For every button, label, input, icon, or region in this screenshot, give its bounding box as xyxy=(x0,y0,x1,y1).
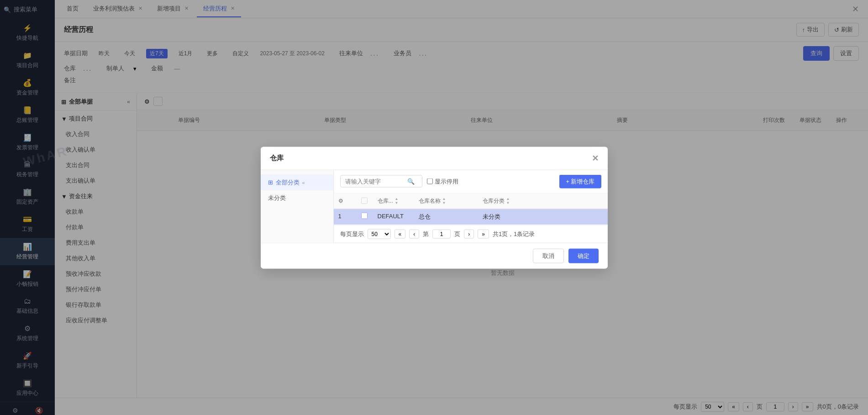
row-checkbox[interactable] xyxy=(357,209,373,224)
modal-page-label: 第 xyxy=(423,230,429,238)
modal-left-category: ⊞ 全部分类 « 未分类 xyxy=(261,170,334,242)
modal-th-name[interactable]: 仓库名称 ▲ ▼ xyxy=(414,193,478,208)
modal-th-category-label: 仓库分类 xyxy=(483,197,505,205)
modal-show-disabled-checkbox[interactable]: 显示停用 xyxy=(427,177,458,185)
modal-title: 仓库 xyxy=(270,154,284,163)
modal-th-code[interactable]: 仓库... ▲ ▼ xyxy=(373,193,414,208)
add-warehouse-button[interactable]: + 新增仓库 xyxy=(559,174,601,188)
modal-th-category[interactable]: 仓库分类 ▲ ▼ xyxy=(478,193,542,208)
modal-cat-all[interactable]: ⊞ 全部分类 « xyxy=(261,174,333,190)
modal-cat-uncategorized[interactable]: 未分类 xyxy=(261,190,333,205)
modal-search-box[interactable]: 🔍 xyxy=(340,175,422,188)
modal-th-settings[interactable]: ⚙ xyxy=(334,193,357,208)
modal-prev-btn[interactable]: ‹ xyxy=(409,229,419,238)
modal-th-code-label: 仓库... xyxy=(378,197,393,205)
th-gear-icon: ⚙ xyxy=(338,198,343,204)
modal-th-name-label: 仓库名称 xyxy=(419,197,441,205)
modal-last-btn[interactable]: » xyxy=(478,229,489,238)
modal-next-btn[interactable]: › xyxy=(464,229,474,238)
warehouse-modal: 仓库 ✕ ⊞ 全部分类 « 未分类 🔍 显示停用 xyxy=(261,147,608,268)
modal-per-page-select[interactable]: 50 100 xyxy=(368,229,391,239)
modal-search-input[interactable] xyxy=(345,178,405,185)
sort-arrows-code: ▲ ▼ xyxy=(395,197,399,205)
show-disabled-check[interactable] xyxy=(427,179,433,184)
cat-uncategorized-label: 未分类 xyxy=(268,194,286,202)
th-checkbox[interactable] xyxy=(361,198,368,204)
cat-all-label: 全部分类 xyxy=(276,178,300,186)
row-num: 1 xyxy=(334,209,357,224)
modal-table: ⚙ 仓库... ▲ ▼ 仓库名称 xyxy=(334,193,608,225)
modal-table-footer: 每页显示 50 100 « ‹ 第 页 › » 共1页，1条记录 xyxy=(334,225,608,242)
modal-search-icon[interactable]: 🔍 xyxy=(407,178,415,185)
modal-total-text: 共1页，1条记录 xyxy=(493,230,535,238)
modal-body: ⊞ 全部分类 « 未分类 🔍 显示停用 + 新增仓库 xyxy=(261,170,608,242)
modal-page-suffix: 页 xyxy=(454,230,460,238)
row-check-box[interactable] xyxy=(361,212,368,219)
cat-collapse-icon[interactable]: « xyxy=(302,179,305,185)
row-name: 总仓 xyxy=(414,209,478,224)
modal-toolbar: 🔍 显示停用 + 新增仓库 xyxy=(334,170,608,193)
modal-header: 仓库 ✕ xyxy=(261,147,608,170)
modal-th-checkbox[interactable] xyxy=(357,193,373,208)
modal-page-input[interactable] xyxy=(432,229,451,238)
modal-close-icon[interactable]: ✕ xyxy=(592,153,599,163)
modal-footer: 取消 确定 xyxy=(261,242,608,268)
show-disabled-label: 显示停用 xyxy=(435,177,458,185)
add-warehouse-label: + 新增仓库 xyxy=(566,177,594,185)
sort-arrows-category: ▲ ▼ xyxy=(506,197,510,205)
modal-per-page-label: 每页显示 xyxy=(340,230,364,238)
sort-arrows-name: ▲ ▼ xyxy=(442,197,446,205)
row-category: 未分类 xyxy=(478,209,542,224)
modal-table-row[interactable]: 1 DEFAULT 总仓 未分类 xyxy=(334,209,608,225)
modal-cancel-button[interactable]: 取消 xyxy=(533,248,564,263)
modal-confirm-button[interactable]: 确定 xyxy=(568,248,599,263)
modal-first-btn[interactable]: « xyxy=(395,229,406,238)
row-code: DEFAULT xyxy=(373,209,414,224)
modal-table-header: ⚙ 仓库... ▲ ▼ 仓库名称 xyxy=(334,193,608,209)
cat-all-icon: ⊞ xyxy=(268,179,273,186)
modal-right: 🔍 显示停用 + 新增仓库 ⚙ xyxy=(334,170,608,242)
